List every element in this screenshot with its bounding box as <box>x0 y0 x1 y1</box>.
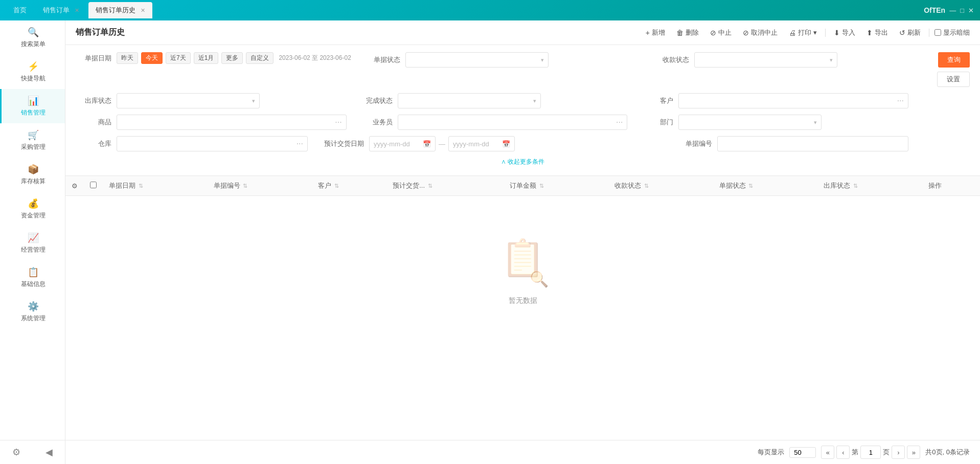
expected-date-from[interactable]: yyyy-mm-dd 📅 <box>369 136 436 151</box>
payment-status-select[interactable]: ▾ <box>694 52 837 68</box>
delete-icon: 🗑 <box>676 29 683 37</box>
table-settings-icon[interactable]: ⚙ <box>72 182 78 190</box>
sidebar-item-finance[interactable]: 💰 资金管理 <box>0 192 65 226</box>
sidebar-item-base-info[interactable]: 📋 基础信息 <box>0 260 65 295</box>
page-input[interactable] <box>860 446 881 459</box>
stop-label: 中止 <box>718 28 732 37</box>
sidebar-item-sys-mgmt-label: 系统管理 <box>21 314 45 323</box>
sidebar-item-quick-nav[interactable]: ⚡ 快捷导航 <box>0 55 65 89</box>
last-page-btn[interactable]: » <box>907 446 920 459</box>
tab-sales-order[interactable]: 销售订单 ✕ <box>36 2 86 18</box>
date-group: 昨天 今天 近7天 近1月 更多 自定义 2023-06-02 至 2023-0… <box>117 52 351 64</box>
completion-status-select[interactable]: ▾ <box>398 93 541 108</box>
col-order-status-sort[interactable]: ⇅ <box>748 183 753 189</box>
tab-sales-order-label: 销售订单 <box>43 6 70 15</box>
col-customer-label: 客户 <box>318 182 331 189</box>
sidebar-item-operations[interactable]: 📈 经营管理 <box>0 226 65 260</box>
filter-area: 单据日期 昨天 今天 近7天 近1月 更多 自定义 2023-06-02 至 2… <box>65 45 980 176</box>
sidebar-settings-icon[interactable]: ⚙ <box>12 447 20 458</box>
pagination-summary: 共0页, 0条记录 <box>925 448 970 457</box>
col-expected-date-label: 预计交货... <box>393 182 425 189</box>
export-button[interactable]: ⬆ 导出 <box>863 26 891 39</box>
col-number-sort[interactable]: ⇅ <box>243 183 247 189</box>
table-check-th[interactable] <box>84 176 103 196</box>
salesperson-dots[interactable]: ··· <box>616 118 623 127</box>
minimize-btn[interactable]: — <box>949 7 956 14</box>
base-info-icon: 📋 <box>28 267 39 278</box>
col-date-sort[interactable]: ⇅ <box>139 183 143 189</box>
new-button[interactable]: + 新增 <box>643 26 668 39</box>
sidebar-item-sales-mgmt[interactable]: 📊 销售管理 <box>0 89 65 123</box>
date-last1month[interactable]: 近1月 <box>194 52 219 64</box>
empty-state: 暂无数据 <box>65 196 980 346</box>
customer-dots[interactable]: ··· <box>897 96 904 105</box>
date-today[interactable]: 今天 <box>141 52 163 64</box>
query-button[interactable]: 查询 <box>938 52 970 68</box>
settings-button[interactable]: 设置 <box>937 72 970 87</box>
sidebar-collapse-icon[interactable]: ◀ <box>45 447 53 458</box>
tab-sales-order-history[interactable]: 销售订单历史 ✕ <box>88 2 152 18</box>
col-customer-sort[interactable]: ⇅ <box>334 183 339 189</box>
table-settings-th[interactable]: ⚙ <box>65 176 84 196</box>
col-operation-label: 操作 <box>928 182 942 189</box>
tab-sales-order-close[interactable]: ✕ <box>75 7 79 14</box>
product-dots[interactable]: ··· <box>335 118 341 127</box>
sidebar-item-purchase-mgmt[interactable]: 🛒 采购管理 <box>0 123 65 158</box>
date-range-display: 2023-06-02 至 2023-06-02 <box>279 54 351 62</box>
inventory-icon: 📦 <box>28 164 39 175</box>
next-page-btn[interactable]: › <box>892 446 905 459</box>
first-page-btn[interactable]: « <box>821 446 834 459</box>
order-status-select[interactable]: ▾ <box>405 52 549 68</box>
date-last7[interactable]: 近7天 <box>166 52 191 64</box>
print-button[interactable]: 🖨 打印 ▾ <box>786 26 820 39</box>
page-title: 销售订单历史 <box>76 27 125 38</box>
date-more[interactable]: 更多 <box>221 52 243 64</box>
col-payment-status-sort[interactable]: ⇅ <box>644 183 649 189</box>
col-date-label: 单据日期 <box>109 182 135 189</box>
sidebar-item-inventory[interactable]: 📦 库存核算 <box>0 158 65 192</box>
collapse-more[interactable]: ∧ 收起更多条件 <box>76 156 970 168</box>
import-button[interactable]: ⬇ 导入 <box>831 26 858 39</box>
toolbar: + 新增 🗑 删除 ⊘ 中止 ⊘ 取消中止 🖨 打印 <box>643 26 970 39</box>
refresh-button[interactable]: ↺ 刷新 <box>896 26 924 39</box>
department-arrow: ▾ <box>814 119 817 126</box>
department-select[interactable]: ▾ <box>678 115 822 130</box>
col-operation: 操作 <box>922 176 980 196</box>
maximize-btn[interactable]: □ <box>960 7 964 14</box>
date-custom[interactable]: 自定义 <box>246 52 274 64</box>
sidebar-item-inventory-label: 库存核算 <box>21 177 45 186</box>
col-payment-status-label: 收款状态 <box>614 182 641 189</box>
sidebar-item-sys-mgmt[interactable]: ⚙️ 系统管理 <box>0 295 65 329</box>
delete-button[interactable]: 🗑 删除 <box>673 26 702 39</box>
select-all-checkbox[interactable] <box>90 182 97 188</box>
cancel-stop-button[interactable]: ⊘ 取消中止 <box>740 26 781 39</box>
warehouse-dots[interactable]: ··· <box>297 139 303 148</box>
display-toggle[interactable]: 显示暗细 <box>935 28 970 37</box>
col-delivery-status-sort[interactable]: ⇅ <box>853 183 858 189</box>
sys-mgmt-icon: ⚙️ <box>28 301 39 312</box>
salesperson-label: 业务员 <box>357 118 398 127</box>
page-size-select[interactable]: 50 10 20 100 <box>789 447 816 458</box>
purchase-mgmt-icon: 🛒 <box>28 129 39 141</box>
content: 销售订单历史 + 新增 🗑 删除 ⊘ 中止 ⊘ 取消中止 <box>65 20 980 464</box>
delivery-status-label: 出库状态 <box>76 96 117 105</box>
empty-text: 暂无数据 <box>509 296 537 305</box>
toolbar-divider <box>825 29 826 37</box>
close-btn[interactable]: ✕ <box>968 7 974 14</box>
tab-home[interactable]: 首页 <box>6 2 34 18</box>
sidebar-item-search-menu[interactable]: 🔍 搜索菜单 <box>0 20 65 55</box>
expected-date-to[interactable]: yyyy-mm-dd 📅 <box>448 136 515 151</box>
cancel-stop-label: 取消中止 <box>751 28 778 37</box>
prev-page-btn[interactable]: ‹ <box>836 446 850 459</box>
page-suffix: 页 <box>883 448 890 457</box>
quick-nav-icon: ⚡ <box>28 61 39 72</box>
display-columns-checkbox[interactable] <box>935 29 941 36</box>
col-amount-sort[interactable]: ⇅ <box>539 183 544 189</box>
col-expected-date-sort[interactable]: ⇅ <box>428 183 432 189</box>
delivery-status-select[interactable]: ▾ <box>117 93 260 108</box>
date-yesterday[interactable]: 昨天 <box>117 52 138 64</box>
stop-button[interactable]: ⊘ 中止 <box>707 26 735 39</box>
tab-sales-order-history-close[interactable]: ✕ <box>141 7 145 14</box>
print-label: 打印 <box>798 28 811 37</box>
col-customer: 客户 ⇅ <box>312 176 386 196</box>
